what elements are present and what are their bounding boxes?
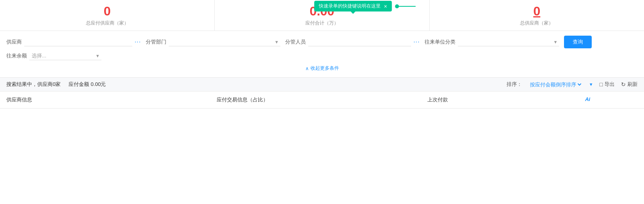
tooltip-close-btn[interactable]: × <box>384 4 387 9</box>
search-button[interactable]: 查询 <box>564 36 592 48</box>
table-body <box>0 109 644 204</box>
unit-category-select-wrapper: ▼ <box>458 38 559 46</box>
export-icon: □ <box>600 81 603 88</box>
filter-row-1: 供应商 ··· 分管部门 ▼ 分管人员 ··· 往来单位分类 <box>6 36 638 48</box>
filter-supplier: 供应商 ··· <box>6 38 141 46</box>
department-select[interactable] <box>169 38 280 46</box>
col-header-transaction: 应付交易信息（占比） <box>217 96 427 103</box>
refresh-icon: ↻ <box>621 81 626 88</box>
collapse-label: 收起更多条件 <box>311 65 339 72</box>
svg-rect-7 <box>536 5 536 6</box>
filter-unit-category: 往来单位分类 ▼ <box>425 38 559 46</box>
refresh-button[interactable]: ↻ 刷新 <box>621 81 638 88</box>
results-amount-text: 应付金额 0.00元 <box>69 81 106 87</box>
table-header: 供应商信息 应付交易信息（占比） 上次付款 Ai <box>0 92 644 109</box>
filter-person: 分管人员 ··· <box>285 38 420 46</box>
diamond-icon <box>98 4 117 6</box>
tooltip-text: 快速录单的快捷键说明在这里 <box>319 3 381 10</box>
balance-select[interactable]: 选择... <box>29 51 101 60</box>
person-dots-btn[interactable]: ··· <box>413 38 420 46</box>
stat-payable-total: 0.00 应付合计（万） 快速录单的快捷键说明在这里 × <box>215 0 429 31</box>
filter-balance: 往来余额 选择... ▼ <box>6 51 101 60</box>
filter-department: 分管部门 ▼ <box>146 38 280 46</box>
supplier-dots-btn[interactable]: ··· <box>135 38 141 46</box>
table-section: 供应商信息 应付交易信息（占比） 上次付款 Ai <box>0 92 644 204</box>
collapse-bar: ∧ 收起更多条件 <box>6 63 638 75</box>
col-header-ai: Ai <box>585 96 638 103</box>
svg-rect-8 <box>537 5 537 6</box>
supplier-input[interactable] <box>24 38 132 46</box>
person-input[interactable] <box>308 38 411 46</box>
stats-bar: 0 总应付供应商（家） 0.00 应付合计（万） 快速录单的快捷键说明在这里 × <box>0 0 644 31</box>
svg-rect-9 <box>537 4 537 6</box>
tooltip-dot <box>395 4 399 8</box>
department-select-wrapper: ▼ <box>169 38 280 46</box>
total-suppliers-number: 0 <box>533 4 540 18</box>
total-suppliers-label: 总供应商（家） <box>520 20 553 27</box>
results-info-text: 搜索结果中，供应商0家 <box>6 81 61 87</box>
col-header-lastpay: 上次付款 <box>427 96 585 103</box>
collapse-up-icon: ∧ <box>305 66 309 71</box>
export-button[interactable]: □ 导出 <box>600 81 615 88</box>
results-separator <box>62 81 67 87</box>
payable-total-label: 应付合计（万） <box>305 20 339 27</box>
results-actions: 排序： 按应付会额倒序排序 ▼ □ 导出 ↻ 刷新 <box>507 81 638 88</box>
chart-icon <box>527 4 546 6</box>
svg-rect-10 <box>537 5 538 6</box>
supplier-label: 供应商 <box>6 38 22 46</box>
col-header-supplier: 供应商信息 <box>6 96 217 103</box>
tooltip-bubble: 快速录单的快捷键说明在这里 × <box>314 1 392 11</box>
payable-suppliers-number: 0 <box>104 4 111 18</box>
sort-chevron-icon: ▼ <box>589 82 593 87</box>
payable-suppliers-label: 总应付供应商（家） <box>86 20 129 27</box>
balance-label: 往来余额 <box>6 52 27 59</box>
export-label: 导出 <box>604 81 615 88</box>
refresh-label: 刷新 <box>627 81 638 88</box>
unit-category-select[interactable] <box>458 38 559 46</box>
collapse-button[interactable]: ∧ 收起更多条件 <box>305 65 339 72</box>
department-label: 分管部门 <box>146 38 166 46</box>
filter-section: 供应商 ··· 分管部门 ▼ 分管人员 ··· 往来单位分类 <box>0 31 644 78</box>
balance-select-wrapper: 选择... ▼ <box>29 51 101 60</box>
sort-select[interactable]: 按应付会额倒序排序 <box>528 81 583 88</box>
filter-row-2: 往来余额 选择... ▼ <box>6 51 638 60</box>
unit-category-label: 往来单位分类 <box>425 38 455 46</box>
results-summary: 搜索结果中，供应商0家 应付金额 0.00元 <box>6 81 106 88</box>
stat-payable-suppliers: 0 总应付供应商（家） <box>0 0 215 31</box>
sort-label: 排序： <box>507 81 522 88</box>
results-bar: 搜索结果中，供应商0家 应付金额 0.00元 排序： 按应付会额倒序排序 ▼ □… <box>0 78 644 92</box>
stat-total-suppliers: 0 总供应商（家） <box>430 0 644 31</box>
person-label: 分管人员 <box>285 38 306 46</box>
